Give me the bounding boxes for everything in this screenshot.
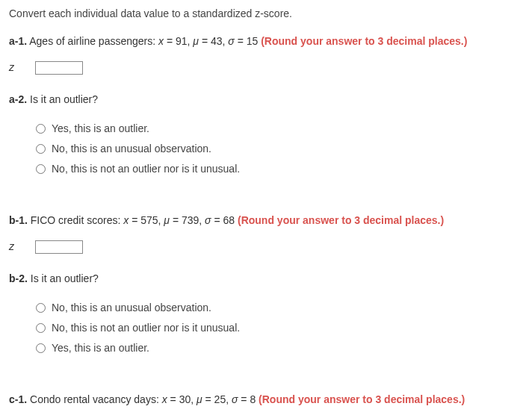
- option-b2-1[interactable]: No, this is not an outlier nor is it unu…: [36, 320, 523, 336]
- prompt-c1: c-1. Condo rental vacancy days: x = 30, …: [9, 392, 523, 408]
- z-label-a1: z: [9, 60, 14, 75]
- sym-mu-a1: μ: [193, 35, 199, 47]
- part-a2: a-2. Is it an outlier? Yes, this is an o…: [9, 92, 523, 177]
- label-a2: a-2.: [9, 93, 27, 105]
- part-c1: c-1. Condo rental vacancy days: x = 30, …: [9, 392, 523, 408]
- val-x-c1: = 30,: [167, 393, 197, 405]
- label-b1: b-1.: [9, 214, 28, 226]
- round-note-a1: (Round your answer to 3 decimal places.): [261, 35, 467, 47]
- z-row-a1: z: [9, 60, 523, 75]
- radio-a2-0[interactable]: [36, 124, 46, 134]
- options-b2: No, this is an unusual observation. No, …: [36, 300, 523, 356]
- round-note-c1: (Round your answer to 3 decimal places.): [259, 393, 465, 405]
- options-a2: Yes, this is an outlier. No, this is an …: [36, 121, 523, 177]
- label-a1: a-1.: [9, 35, 27, 47]
- option-text-b2-2: Yes, this is an outlier.: [52, 340, 149, 356]
- radio-b2-0[interactable]: [36, 303, 46, 313]
- radio-a2-2[interactable]: [36, 164, 46, 174]
- z-label-b1: z: [9, 239, 14, 255]
- part-b2: b-2. Is it an outlier? No, this is an un…: [9, 271, 523, 356]
- val-mu-b1: = 739,: [170, 214, 205, 226]
- val-sg-a1: = 15: [235, 35, 261, 47]
- radio-a2-1[interactable]: [36, 144, 46, 154]
- option-a2-2[interactable]: No, this is not an outlier nor is it unu…: [36, 161, 523, 177]
- label-c1: c-1.: [9, 393, 27, 405]
- option-text-b2-1: No, this is not an outlier nor is it unu…: [52, 320, 240, 336]
- prompt-b2: b-2. Is it an outlier?: [9, 271, 523, 287]
- sym-mu-c1: μ: [197, 393, 202, 405]
- z-input-b1[interactable]: [35, 240, 83, 254]
- intro-text: Convert each individual data value to a …: [9, 6, 523, 22]
- part-a1: a-1. Ages of airline passengers: x = 91,…: [9, 34, 523, 75]
- val-x-b1: = 575,: [129, 214, 164, 226]
- val-sg-b1: = 68: [211, 214, 238, 226]
- val-x-a1: = 91,: [164, 35, 193, 47]
- question-b2: Is it an outlier?: [28, 272, 99, 284]
- val-mu-a1: = 43,: [199, 35, 228, 47]
- option-text-a2-2: No, this is not an outlier nor is it unu…: [52, 161, 240, 177]
- desc-a1: Ages of airline passengers:: [27, 35, 158, 47]
- prompt-a2: a-2. Is it an outlier?: [9, 92, 523, 107]
- prompt-a1: a-1. Ages of airline passengers: x = 91,…: [9, 34, 523, 49]
- option-text-a2-1: No, this is an unusual observation.: [52, 141, 211, 157]
- sym-mu-b1: μ: [164, 214, 170, 226]
- val-sg-c1: = 8: [238, 393, 259, 405]
- prompt-b1: b-1. FICO credit scores: x = 575, μ = 73…: [9, 213, 523, 228]
- desc-b1: FICO credit scores:: [28, 214, 123, 226]
- desc-c1: Condo rental vacancy days:: [27, 393, 162, 405]
- option-b2-0[interactable]: No, this is an unusual observation.: [36, 300, 523, 316]
- option-text-b2-0: No, this is an unusual observation.: [52, 300, 211, 316]
- option-a2-0[interactable]: Yes, this is an outlier.: [36, 121, 523, 137]
- round-note-b1: (Round your answer to 3 decimal places.): [238, 214, 444, 226]
- sym-sg-a1: σ: [228, 35, 234, 47]
- option-a2-1[interactable]: No, this is an unusual observation.: [36, 141, 523, 157]
- z-row-b1: z: [9, 239, 523, 255]
- z-input-a1[interactable]: [35, 61, 83, 75]
- option-text-a2-0: Yes, this is an outlier.: [52, 121, 149, 137]
- sym-x-a1: x: [158, 35, 164, 47]
- val-mu-c1: = 25,: [202, 393, 232, 405]
- radio-b2-1[interactable]: [36, 323, 46, 333]
- sym-sg-b1: σ: [205, 214, 211, 226]
- label-b2: b-2.: [9, 272, 28, 284]
- question-a2: Is it an outlier?: [27, 93, 98, 105]
- sym-x-c1: x: [162, 393, 167, 405]
- option-b2-2[interactable]: Yes, this is an outlier.: [36, 340, 523, 356]
- radio-b2-2[interactable]: [36, 343, 46, 353]
- part-b1: b-1. FICO credit scores: x = 575, μ = 73…: [9, 213, 523, 255]
